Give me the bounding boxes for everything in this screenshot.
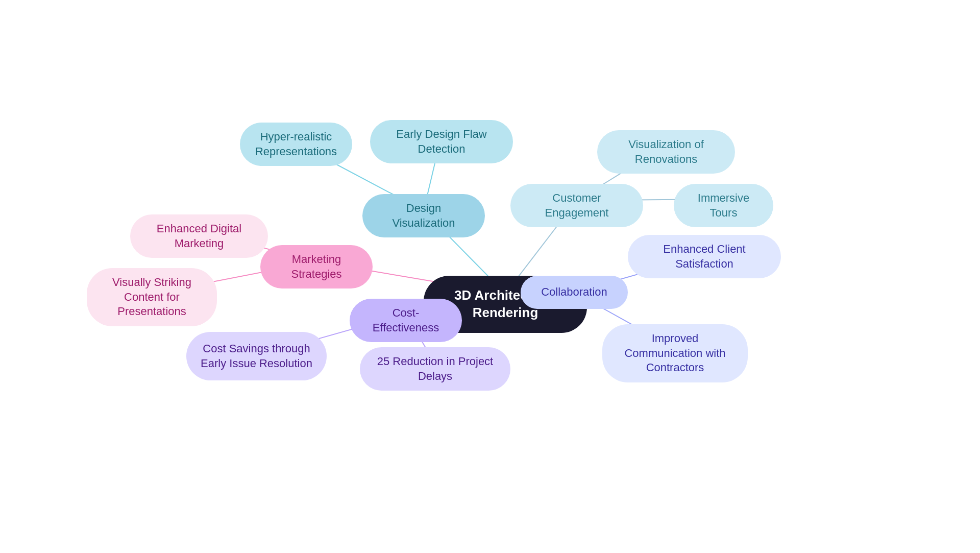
design-viz-node: Design Visualization <box>362 194 485 237</box>
immersive-node: Immersive Tours <box>674 184 773 227</box>
client-sat-node: Enhanced Client Satisfaction <box>628 235 781 278</box>
cost-savings-node: Cost Savings through Early Issue Resolut… <box>186 332 327 380</box>
cost-eff-node: Cost-Effectiveness <box>350 299 462 342</box>
hyper-real-node: Hyper-realistic Representations <box>240 123 352 166</box>
digital-mkt-node: Enhanced Digital Marketing <box>130 214 268 258</box>
reduction-node: 25 Reduction in Project Delays <box>360 347 510 391</box>
marketing-node: Marketing Strategies <box>260 245 373 288</box>
early-flaw-node: Early Design Flaw Detection <box>370 120 513 163</box>
viz-renov-node: Visualization of Renovations <box>597 130 735 174</box>
mindmap-container: 3D Architectural RenderingDesign Visuali… <box>0 0 980 553</box>
collab-node: Collaboration <box>521 276 628 309</box>
comm-contract-node: Improved Communication with Contractors <box>602 324 748 382</box>
customer-eng-node: Customer Engagement <box>510 184 643 227</box>
striking-node: Visually Striking Content for Presentati… <box>87 268 217 326</box>
